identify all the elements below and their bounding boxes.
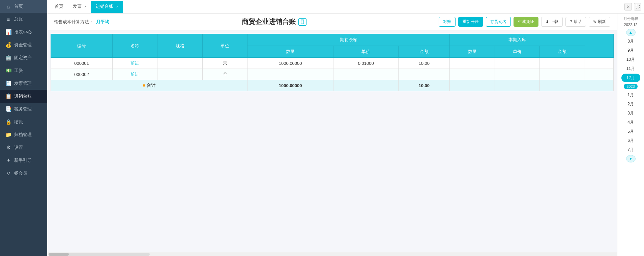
sidebar-item-archive[interactable]: 📁 归档管理	[0, 128, 47, 141]
cell-inbound-amount	[540, 69, 585, 80]
total-label: ■合计	[51, 80, 247, 91]
toolbar-left: 销售成本计算方法： 月平均	[54, 19, 109, 25]
month-item-4[interactable]: 4月	[621, 118, 640, 127]
purchase-sale-table: 编号 名称 规格 单位 期初余额 本期入库 数量 单价 金额 数量	[51, 34, 614, 91]
month-panel: 月份选择 2022.12 ▲ 8月 9月 10月 11月 12月 2023 1月…	[617, 14, 644, 256]
reconcile-button[interactable]: 对账	[439, 17, 456, 27]
window-maximize-button[interactable]: ⛶	[634, 3, 641, 10]
sidebar-item-assets[interactable]: 🏢 固定资产	[0, 51, 47, 64]
sidebar-item-tax[interactable]: 📑 税务管理	[0, 103, 47, 116]
cell-inbound-price	[495, 69, 539, 80]
sidebar-item-ledger[interactable]: ≡ 总账	[0, 13, 47, 26]
total-inbound-qty	[450, 80, 495, 91]
month-item-11[interactable]: 11月	[621, 65, 640, 73]
col-no: 编号	[51, 34, 113, 58]
generate-voucher-button[interactable]: 生成凭证	[514, 17, 538, 27]
col-extra	[585, 34, 613, 58]
sidebar-item-label: 报表中心	[14, 29, 32, 35]
table-row[interactable]: 000002 前缸 个	[51, 69, 614, 80]
cell-name: 前缸	[112, 69, 157, 80]
col-inbound-qty: 数量	[450, 46, 495, 58]
month-item-9[interactable]: 9月	[621, 46, 640, 55]
table-wrapper: 编号 名称 规格 单位 期初余额 本期入库 数量 单价 金额 数量	[47, 30, 617, 252]
month-item-5[interactable]: 5月	[621, 127, 640, 136]
month-nav-down[interactable]: ▼	[626, 155, 636, 162]
sidebar-item-payroll[interactable]: 💵 工资	[0, 64, 47, 77]
cell-opening-qty: 1000.00000	[247, 58, 333, 69]
total-inbound-price	[495, 80, 539, 91]
sidebar-item-label: 工资	[14, 68, 23, 74]
cell-spec	[157, 69, 202, 80]
sidebar-item-label: 畅会员	[14, 170, 27, 176]
tab-invoice-close[interactable]: ×	[84, 4, 86, 8]
cell-spec	[157, 58, 202, 69]
tab-home[interactable]: 首页	[50, 1, 68, 13]
month-item-3[interactable]: 3月	[621, 109, 640, 118]
sidebar-item-funds[interactable]: 💰 资金管理	[0, 39, 47, 51]
cell-no: 000002	[51, 69, 113, 80]
table-row[interactable]: 000001 前缸 只 1000.00000 0.01000 10.00	[51, 58, 614, 69]
refresh-button[interactable]: ↻ 刷新	[589, 17, 610, 27]
payroll-icon: 💵	[5, 68, 11, 74]
sidebar-item-label: 固定资产	[14, 55, 32, 61]
sidebar-item-label: 归档管理	[14, 132, 32, 138]
month-item-6[interactable]: 6月	[621, 136, 640, 145]
month-item-12[interactable]: 12月	[621, 74, 640, 82]
tab-invoice[interactable]: 发票 ×	[68, 1, 91, 13]
month-item-2[interactable]: 2月	[621, 100, 640, 108]
help-icon: ?	[570, 20, 572, 24]
tab-bar: 首页 发票 × 进销台账 × ✕ ⛶	[47, 0, 644, 14]
guide-icon: ✦	[5, 157, 11, 163]
sidebar-item-label: 总账	[14, 16, 23, 22]
cell-opening-amount	[399, 69, 450, 80]
sidebar-item-settings[interactable]: ⚙ 设置	[0, 141, 47, 154]
col-unit: 单位	[202, 34, 247, 58]
cell-extra	[585, 69, 613, 80]
col-name: 名称	[112, 34, 157, 58]
main-area: 首页 发票 × 进销台账 × ✕ ⛶ 销售成本计算方法： 月平均 商贸企业进	[47, 0, 644, 256]
horizontal-scrollbar[interactable]	[47, 252, 617, 256]
sidebar-item-label: 发票管理	[14, 80, 32, 86]
save-alias-button[interactable]: 存货别名	[486, 17, 511, 27]
cost-method-label: 销售成本计算方法：	[54, 19, 93, 25]
tab-purchase-sale[interactable]: 进销台账 ×	[91, 1, 123, 13]
month-item-7[interactable]: 7月	[621, 146, 640, 154]
sidebar-item-guide[interactable]: ✦ 新手引导	[0, 154, 47, 167]
sidebar-item-vip[interactable]: V 畅会员	[0, 167, 47, 180]
vip-icon: V	[5, 171, 11, 176]
cell-opening-price	[333, 69, 399, 80]
toolbar-center: 商贸企业进销台账 目	[242, 17, 306, 26]
invoice-icon: 🧾	[5, 80, 11, 86]
help-button[interactable]: ? 帮助	[565, 17, 586, 27]
total-opening-qty: 1000.00000	[247, 80, 333, 91]
tab-purchase-sale-label: 进销台账	[96, 3, 113, 9]
month-item-10[interactable]: 10月	[621, 55, 640, 64]
sidebar-item-label: 首页	[14, 3, 23, 9]
help-label: 帮助	[574, 19, 582, 25]
month-item-8[interactable]: 8月	[621, 37, 640, 46]
sidebar-item-reports[interactable]: 📊 报表中心	[0, 26, 47, 39]
reopen-button[interactable]: 重新开账	[458, 17, 483, 27]
cell-inbound-amount	[540, 58, 585, 69]
refresh-label: 刷新	[598, 19, 606, 25]
month-item-1[interactable]: 1月	[621, 91, 640, 99]
settings-icon: ⚙	[5, 145, 11, 151]
cell-unit: 只	[202, 58, 247, 69]
closing-icon: 🔒	[5, 119, 11, 125]
assets-icon: 🏢	[5, 55, 11, 61]
month-nav-up[interactable]: ▲	[626, 29, 636, 36]
main-panel: 销售成本计算方法： 月平均 商贸企业进销台账 目 对账 重新开账 存货别名 生成…	[47, 14, 617, 256]
scrollbar-thumb[interactable]	[49, 253, 69, 256]
month-panel-title: 月份选择	[623, 16, 638, 21]
cell-extra	[585, 58, 613, 69]
sidebar-item-purchase-sale[interactable]: 📋 进销台账	[0, 90, 47, 103]
sidebar-item-closing[interactable]: 🔒 结账	[0, 116, 47, 128]
sidebar: ⌂ 首页 ≡ 总账 📊 报表中心 💰 资金管理 🏢 固定资产 💵 工资 🧾 发票…	[0, 0, 47, 256]
tab-purchase-sale-close[interactable]: ×	[116, 4, 118, 8]
download-button[interactable]: ⬇ 下载	[541, 17, 563, 27]
sidebar-item-invoice[interactable]: 🧾 发票管理	[0, 77, 47, 90]
window-close-button[interactable]: ✕	[624, 3, 632, 10]
title-icon-btn[interactable]: 目	[298, 18, 306, 26]
sidebar-item-home[interactable]: ⌂ 首页	[0, 0, 47, 13]
total-icon: ■	[143, 83, 145, 88]
